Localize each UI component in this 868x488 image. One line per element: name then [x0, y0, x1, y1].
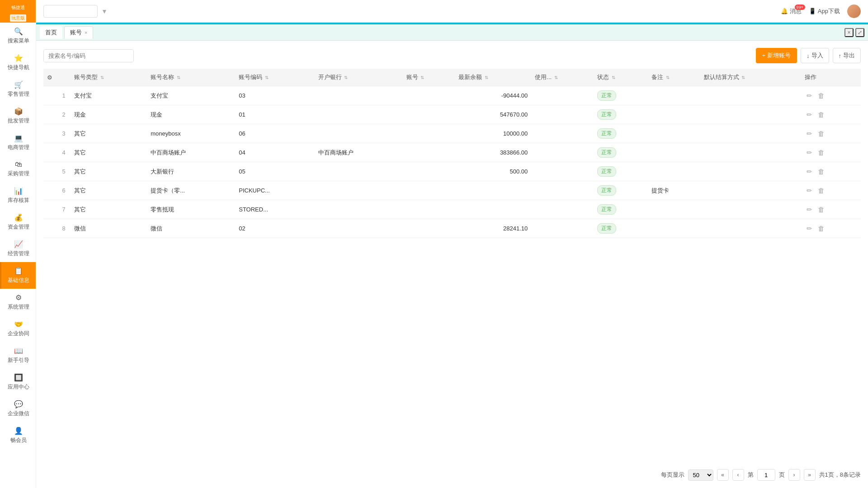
col-balance[interactable]: 最新余额 ⇅ [455, 69, 531, 86]
page-unit: 页 [779, 471, 785, 479]
row-name-cell: 大新银行 [147, 162, 235, 181]
col-bank[interactable]: 开户银行 ⇅ [315, 69, 403, 86]
sidebar-item-retail[interactable]: 🛒 零售管理 [0, 76, 36, 103]
edit-button[interactable]: ✏ [805, 224, 814, 234]
edit-button[interactable]: ✏ [805, 148, 814, 158]
sidebar-item-guide[interactable]: 📖 新手引导 [0, 342, 36, 369]
money-icon: 💰 [14, 213, 23, 222]
import-button[interactable]: ↓ 导入 [801, 48, 829, 63]
prev-page-button[interactable]: ‹ [732, 469, 744, 481]
sidebar-item-enterprise[interactable]: 🤝 企业协同 [0, 315, 36, 342]
row-actions-cell: ✏ 🗑 [801, 219, 861, 238]
window-controls: × ⤢ [844, 28, 864, 37]
col-default-settle[interactable]: 默认结算方式 ⇅ [700, 69, 801, 86]
page-input[interactable] [757, 469, 775, 481]
tab-account[interactable]: 账号 × [64, 26, 93, 39]
sidebar-item-finance[interactable]: 💰 资金管理 [0, 209, 36, 235]
export-button[interactable]: ↑ 导出 [833, 48, 861, 63]
col-type[interactable]: 账号类型 ⇅ [71, 69, 147, 86]
row-balance-cell [455, 181, 531, 200]
edit-button[interactable]: ✏ [805, 186, 814, 196]
delete-button[interactable]: 🗑 [816, 205, 826, 214]
app-download-label: App下载 [818, 7, 840, 15]
col-remark[interactable]: 备注 ⇅ [648, 69, 700, 86]
row-account-cell [403, 162, 455, 181]
edit-button[interactable]: ✏ [805, 167, 814, 177]
row-code-cell: 05 [235, 162, 315, 181]
svg-text:畅捷通: 畅捷通 [11, 5, 25, 10]
row-account-cell [403, 86, 455, 105]
sidebar-item-shortcut[interactable]: ⭐ 快捷导航 [0, 49, 36, 76]
row-bank-cell [315, 124, 403, 143]
row-actions-cell: ✏ 🗑 [801, 124, 861, 143]
row-default-settle-cell [700, 86, 801, 105]
edit-button[interactable]: ✏ [805, 129, 814, 139]
first-page-button[interactable]: « [717, 469, 729, 481]
table-wrap: ⚙ 账号类型 ⇅ 账号名称 ⇅ 账号编码 ⇅ 开户银行 ⇅ 账号 ⇅ 最新余额 … [43, 69, 861, 464]
sidebar-item-basic[interactable]: 📋 基础信息 [0, 262, 36, 289]
edit-button[interactable]: ✏ [805, 110, 814, 120]
col-name[interactable]: 账号名称 ⇅ [147, 69, 235, 86]
sidebar-item-operation[interactable]: 📈 经营管理 [0, 235, 36, 262]
top-header: ▼ 🔔 消息 99+ 📱 App下载 [36, 0, 868, 23]
sidebar-item-ecommerce[interactable]: 💻 电商管理 [0, 129, 36, 156]
col-account[interactable]: 账号 ⇅ [403, 69, 455, 86]
app-download-button[interactable]: 📱 App下载 [809, 7, 840, 15]
col-actions: 操作 [801, 69, 861, 86]
sidebar-item-wechat[interactable]: 💬 企业微信 [0, 395, 36, 422]
next-page-button[interactable]: › [788, 469, 800, 481]
table-row: 2 现金 现金 01 547670.00 正常 ✏ 🗑 [43, 105, 861, 124]
dropdown-arrow-icon[interactable]: ▼ [101, 8, 108, 15]
delete-button[interactable]: 🗑 [816, 91, 826, 100]
row-remark-cell [648, 105, 700, 124]
delete-button[interactable]: 🗑 [816, 224, 826, 233]
tab-close-icon[interactable]: × [85, 30, 87, 35]
delete-button[interactable]: 🗑 [816, 110, 826, 119]
maximize-window-button[interactable]: ⤢ [855, 28, 864, 37]
row-num-cell: 8 [57, 219, 71, 238]
top-search-input[interactable] [43, 5, 98, 18]
sidebar-item-inventory[interactable]: 📊 库存核算 [0, 182, 36, 209]
message-button[interactable]: 🔔 消息 99+ [781, 7, 802, 15]
col-usage[interactable]: 使用... ⇅ [531, 69, 594, 86]
col-status[interactable]: 状态 ⇅ [594, 69, 648, 86]
row-bank-cell [315, 181, 403, 200]
edit-button[interactable]: ✏ [805, 91, 814, 101]
row-status-cell: 正常 [594, 86, 648, 105]
sidebar-item-label: 企业协同 [8, 330, 29, 338]
user-avatar[interactable] [847, 5, 861, 18]
edit-button[interactable]: ✏ [805, 205, 814, 215]
row-checkbox-cell [43, 181, 57, 200]
row-usage-cell [531, 219, 594, 238]
last-page-button[interactable]: » [804, 469, 816, 481]
row-default-settle-cell [700, 124, 801, 143]
add-account-button[interactable]: + 新增账号 [756, 48, 797, 63]
delete-button[interactable]: 🗑 [816, 186, 826, 195]
logo-image: 畅捷通 [7, 1, 29, 14]
sidebar-item-member[interactable]: 👤 畅会员 [0, 422, 36, 449]
sidebar-item-purchase[interactable]: 🛍 采购管理 [0, 156, 36, 182]
delete-button[interactable]: 🗑 [816, 148, 826, 157]
delete-button[interactable]: 🗑 [816, 129, 826, 138]
content-area: 🔍 + 新增账号 ↓ 导入 ↑ 导出 ⚙ [36, 41, 868, 488]
sidebar-item-search[interactable]: 🔍 搜索菜单 [0, 23, 36, 49]
close-window-button[interactable]: × [844, 28, 854, 37]
download-icon: 📱 [809, 8, 816, 14]
sidebar-item-wholesale[interactable]: 📦 批发管理 [0, 103, 36, 129]
sidebar-item-appcenter[interactable]: 🔲 应用中心 [0, 369, 36, 395]
sidebar-item-label: 电商管理 [8, 144, 29, 151]
search-input[interactable] [44, 50, 129, 62]
row-type-cell: 微信 [71, 219, 147, 238]
row-status-cell: 正常 [594, 200, 648, 219]
row-account-cell [403, 181, 455, 200]
search-button[interactable]: 🔍 [129, 50, 134, 62]
col-settings[interactable]: ⚙ [43, 69, 57, 86]
header-left: ▼ [43, 5, 108, 18]
table-header-row: ⚙ 账号类型 ⇅ 账号名称 ⇅ 账号编码 ⇅ 开户银行 ⇅ 账号 ⇅ 最新余额 … [43, 69, 861, 86]
delete-button[interactable]: 🗑 [816, 167, 826, 176]
col-code[interactable]: 账号编码 ⇅ [235, 69, 315, 86]
page-size-select[interactable]: 50 100 200 [688, 469, 713, 481]
tab-home[interactable]: 首页 [40, 26, 62, 39]
row-balance-cell [455, 200, 531, 219]
sidebar-item-system[interactable]: ⚙ 系统管理 [0, 289, 36, 315]
